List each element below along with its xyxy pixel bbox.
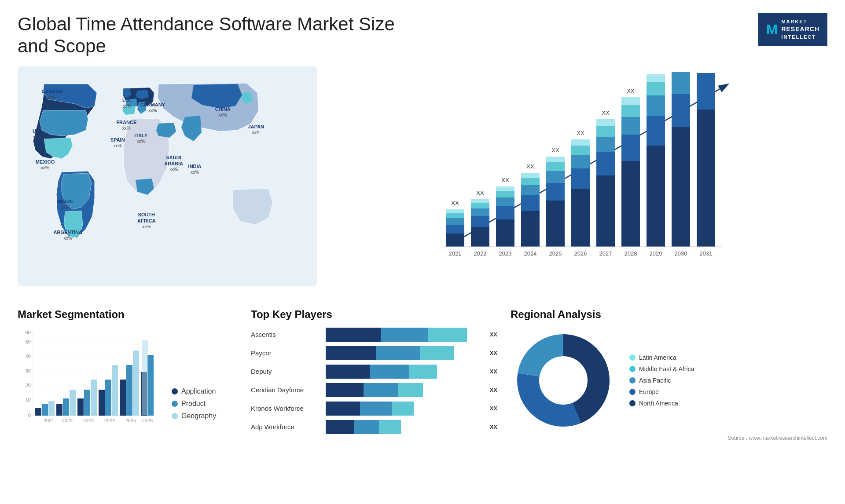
svg-rect-22 bbox=[521, 195, 540, 211]
svg-rect-9 bbox=[471, 227, 489, 247]
regional-title: Regional Analysis bbox=[511, 308, 827, 321]
map-label-us: U.S.xx% bbox=[33, 128, 42, 140]
map-label-china: CHINAxx% bbox=[215, 106, 231, 118]
svg-rect-91 bbox=[35, 408, 41, 416]
svg-rect-45 bbox=[621, 161, 640, 247]
svg-rect-28 bbox=[546, 183, 565, 201]
legend-dot-geography bbox=[172, 413, 178, 419]
svg-rect-25 bbox=[521, 173, 540, 178]
svg-text:XX: XX bbox=[501, 177, 509, 183]
players-list: Ascentis XX Paycor XX bbox=[251, 328, 497, 434]
player-bar-kronos bbox=[326, 402, 483, 416]
svg-text:2026: 2026 bbox=[574, 250, 587, 257]
player-row-ascentis: Ascentis XX bbox=[251, 328, 497, 342]
svg-rect-13 bbox=[471, 199, 489, 203]
svg-rect-92 bbox=[42, 404, 48, 416]
svg-rect-56 bbox=[672, 127, 690, 247]
svg-text:10: 10 bbox=[26, 397, 31, 402]
svg-text:2022: 2022 bbox=[62, 418, 73, 423]
svg-rect-31 bbox=[546, 157, 565, 162]
svg-rect-105 bbox=[112, 365, 118, 416]
segmentation-section: Market Segmentation 0 10 20 30 40 50 bbox=[18, 308, 238, 441]
svg-rect-36 bbox=[571, 146, 590, 155]
svg-rect-51 bbox=[647, 146, 665, 247]
svg-text:50: 50 bbox=[26, 339, 31, 344]
world-map: CANADAxx% U.S.xx% MEXICOxx% BRAZILxx% AR… bbox=[18, 66, 317, 286]
svg-rect-109 bbox=[133, 351, 139, 416]
svg-text:2024: 2024 bbox=[524, 250, 537, 257]
svg-rect-19 bbox=[496, 186, 514, 191]
svg-text:2022: 2022 bbox=[474, 250, 487, 257]
label-asia-pacific: Asia Pacific bbox=[639, 377, 671, 384]
svg-text:XX: XX bbox=[577, 130, 584, 136]
legend-application: Application bbox=[172, 387, 216, 395]
bar-chart: XX XX XX XX bbox=[334, 71, 819, 282]
svg-rect-103 bbox=[99, 390, 105, 416]
svg-rect-29 bbox=[546, 171, 565, 183]
svg-rect-58 bbox=[672, 72, 690, 94]
player-name-kronos: Kronos Workforce bbox=[251, 405, 321, 412]
legend-north-america: North America bbox=[629, 400, 694, 407]
dot-asia-pacific bbox=[629, 377, 636, 383]
player-name-ceridian: Ceridian Dayforce bbox=[251, 386, 321, 394]
svg-rect-17 bbox=[496, 197, 514, 206]
svg-rect-54 bbox=[647, 82, 665, 95]
svg-rect-49 bbox=[621, 97, 640, 105]
svg-rect-112 bbox=[147, 355, 154, 416]
svg-rect-53 bbox=[647, 95, 665, 116]
svg-text:2028: 2028 bbox=[625, 250, 637, 257]
label-mea: Middle East & Africa bbox=[639, 365, 694, 373]
player-bar-ascentis bbox=[326, 328, 483, 342]
svg-rect-3 bbox=[446, 234, 464, 247]
map-label-canada: CANADAxx% bbox=[41, 88, 62, 100]
regional-inner: Latin America Middle East & Africa Asia … bbox=[511, 328, 827, 433]
svg-rect-43 bbox=[596, 119, 615, 126]
svg-rect-97 bbox=[70, 390, 76, 416]
players-section: Top Key Players Ascentis XX Paycor bbox=[251, 308, 497, 441]
svg-text:2023: 2023 bbox=[499, 250, 512, 257]
legend-geography: Geography bbox=[172, 412, 216, 420]
svg-rect-100 bbox=[84, 390, 90, 416]
player-value-deputy: XX bbox=[490, 368, 497, 375]
regional-section: Regional Analysis bbox=[511, 308, 827, 441]
svg-text:2029: 2029 bbox=[650, 250, 662, 257]
svg-rect-52 bbox=[647, 116, 665, 146]
player-value-ceridian: XX bbox=[490, 387, 497, 393]
svg-text:XX: XX bbox=[602, 110, 610, 116]
svg-rect-93 bbox=[48, 401, 55, 416]
map-label-france: FRANCExx% bbox=[116, 119, 136, 131]
svg-text:2023: 2023 bbox=[83, 418, 94, 423]
svg-rect-40 bbox=[596, 152, 615, 175]
legend-label-application: Application bbox=[181, 387, 216, 395]
svg-rect-27 bbox=[546, 201, 565, 247]
dot-north-america bbox=[629, 400, 636, 406]
source-text: Source : www.marketresearchintellect.com bbox=[511, 435, 827, 441]
map-label-germany: GERMANYxx% bbox=[140, 102, 165, 113]
svg-rect-95 bbox=[56, 404, 62, 416]
player-name-paycor: Paycor bbox=[251, 349, 321, 357]
legend-asia-pacific: Asia Pacific bbox=[629, 377, 694, 384]
svg-rect-4 bbox=[446, 225, 464, 234]
svg-rect-37 bbox=[571, 139, 590, 146]
legend-dot-product bbox=[172, 401, 178, 407]
player-name-deputy: Deputy bbox=[251, 368, 321, 375]
map-label-saudi-arabia: SAUDIARABIAxx% bbox=[164, 154, 183, 173]
svg-rect-60 bbox=[697, 73, 715, 110]
svg-rect-55 bbox=[647, 74, 665, 82]
player-name-adp: Adp Workforce bbox=[251, 423, 321, 431]
seg-legend: Application Product Geography bbox=[172, 387, 216, 429]
svg-rect-33 bbox=[571, 189, 590, 247]
players-title: Top Key Players bbox=[251, 308, 497, 321]
svg-rect-35 bbox=[571, 155, 590, 168]
player-value-adp: XX bbox=[490, 424, 497, 430]
player-bar-seg2 bbox=[381, 328, 428, 342]
page-header: Global Time Attendance Software Market S… bbox=[18, 13, 827, 58]
label-europe: Europe bbox=[639, 388, 659, 395]
svg-text:XX: XX bbox=[451, 200, 459, 206]
svg-text:XX: XX bbox=[627, 88, 635, 94]
bottom-grid: Market Segmentation 0 10 20 30 40 50 bbox=[18, 308, 827, 441]
player-row-kronos: Kronos Workforce XX bbox=[251, 402, 497, 416]
svg-text:XX: XX bbox=[476, 190, 484, 196]
svg-text:XX: XX bbox=[702, 240, 709, 246]
svg-text:40: 40 bbox=[26, 354, 31, 359]
